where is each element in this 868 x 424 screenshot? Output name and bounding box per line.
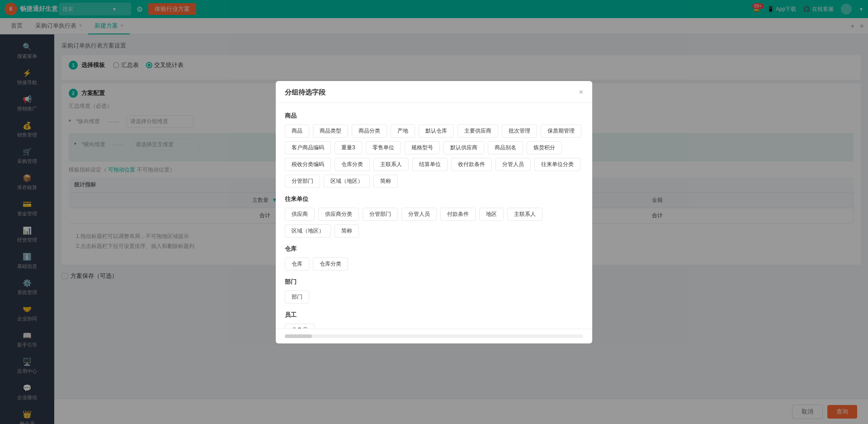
- field-tag-0-16[interactable]: 仓库分类: [335, 158, 370, 171]
- modal-section-title-1: 往来单位: [285, 195, 583, 203]
- modal-section-fields-2: 仓库仓库分类: [285, 257, 583, 271]
- field-tag-1-6[interactable]: 主联系人: [507, 208, 542, 221]
- modal-body: 商品商品商品类型商品分类产地默认仓库主要供应商批次管理保质期管理客户商品编码重量…: [276, 103, 592, 329]
- field-tag-0-4[interactable]: 默认仓库: [419, 124, 454, 138]
- field-tag-2-0[interactable]: 仓库: [285, 257, 309, 271]
- modal-section-fields-1: 供应商供应商分类分管部门分管人员付款条件地区主联系人区域（地区）简称: [285, 208, 583, 238]
- field-tag-1-4[interactable]: 付款条件: [440, 208, 476, 221]
- scroll-thumb: [285, 334, 312, 338]
- field-tag-1-8[interactable]: 简称: [335, 224, 359, 238]
- field-tag-0-2[interactable]: 商品分类: [352, 124, 387, 138]
- field-tag-0-9[interactable]: 重量3: [335, 141, 362, 154]
- field-tag-0-24[interactable]: 简称: [373, 175, 398, 188]
- field-tag-0-22[interactable]: 分管部门: [285, 175, 320, 188]
- field-tag-0-17[interactable]: 主联系人: [373, 158, 409, 171]
- field-tag-1-3[interactable]: 分管人员: [401, 208, 437, 221]
- horizontal-scrollbar[interactable]: [285, 334, 583, 338]
- field-tag-0-21[interactable]: 往来单位分类: [534, 158, 580, 171]
- modal-section-title-0: 商品: [285, 112, 583, 120]
- modal-section-title-4: 员工: [285, 311, 583, 319]
- field-tag-1-5[interactable]: 地区: [479, 208, 504, 221]
- modal-section-title-2: 仓库: [285, 245, 583, 253]
- field-tag-0-14[interactable]: 炼货积分: [527, 141, 562, 154]
- field-tag-0-3[interactable]: 产地: [391, 124, 415, 138]
- field-tag-1-1[interactable]: 供应商分类: [318, 208, 359, 221]
- field-tag-0-1[interactable]: 商品类型: [313, 124, 348, 138]
- modal-title: 分组待选字段: [285, 88, 326, 97]
- field-tag-0-23[interactable]: 区域（地区）: [324, 175, 370, 188]
- field-tag-0-7[interactable]: 保质期管理: [541, 124, 581, 138]
- field-tag-1-7[interactable]: 区域（地区）: [285, 224, 331, 238]
- field-tag-0-19[interactable]: 收付款条件: [451, 158, 492, 171]
- field-tag-0-13[interactable]: 商品别名: [488, 141, 523, 154]
- field-tag-2-1[interactable]: 仓库分类: [313, 257, 348, 271]
- field-tag-0-10[interactable]: 零售单位: [366, 141, 401, 154]
- modal-header: 分组待选字段 ×: [276, 81, 592, 103]
- modal-section-title-3: 部门: [285, 278, 583, 286]
- modal-close-button[interactable]: ×: [579, 88, 583, 96]
- field-tag-0-12[interactable]: 默认供应商: [443, 141, 484, 154]
- field-tag-0-6[interactable]: 批次管理: [502, 124, 537, 138]
- modal-section-fields-4: 业务员: [285, 324, 583, 329]
- field-tag-0-8[interactable]: 客户商品编码: [285, 141, 331, 154]
- field-tag-0-0[interactable]: 商品: [285, 124, 309, 138]
- modal-section-fields-0: 商品商品类型商品分类产地默认仓库主要供应商批次管理保质期管理客户商品编码重量3零…: [285, 124, 583, 188]
- field-tag-1-2[interactable]: 分管部门: [363, 208, 398, 221]
- modal-dialog: 分组待选字段 × 商品商品商品类型商品分类产地默认仓库主要供应商批次管理保质期管…: [276, 81, 592, 343]
- modal-section-fields-3: 部门: [285, 291, 583, 304]
- modal-footer: [276, 329, 592, 343]
- field-tag-0-11[interactable]: 规格型号: [405, 141, 440, 154]
- field-tag-3-0[interactable]: 部门: [285, 291, 309, 304]
- field-tag-0-20[interactable]: 分管人员: [495, 158, 531, 171]
- field-tag-0-18[interactable]: 结算单位: [412, 158, 448, 171]
- field-tag-1-0[interactable]: 供应商: [285, 208, 315, 221]
- field-tag-4-0[interactable]: 业务员: [285, 324, 315, 329]
- field-tag-0-5[interactable]: 主要供应商: [458, 124, 498, 138]
- modal-overlay: 分组待选字段 × 商品商品商品类型商品分类产地默认仓库主要供应商批次管理保质期管…: [0, 0, 868, 424]
- field-tag-0-15[interactable]: 税收分类编码: [285, 158, 331, 171]
